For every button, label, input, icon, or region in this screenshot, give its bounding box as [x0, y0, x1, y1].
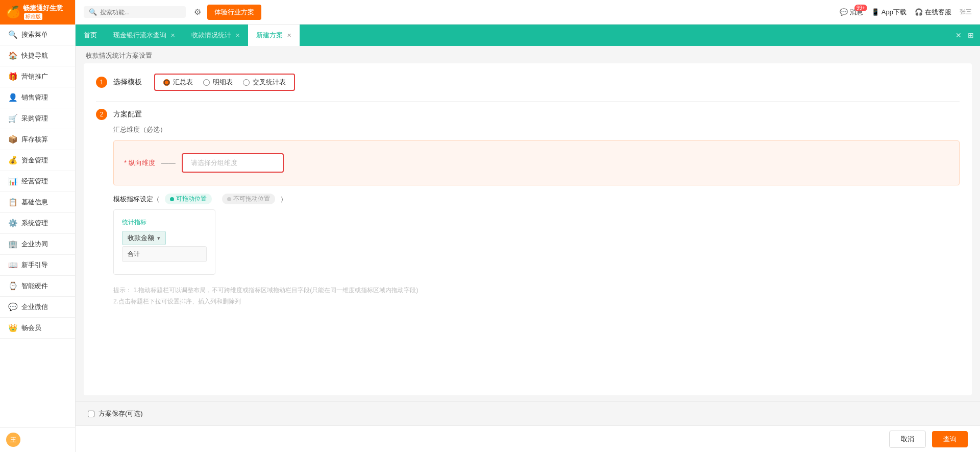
sidebar-item-wechat[interactable]: 💬 企业微信	[0, 297, 75, 318]
basic-info-icon: 📋	[8, 198, 17, 207]
sidebar-item-finance[interactable]: 💰 资金管理	[0, 150, 75, 171]
radio-detail[interactable]: 明细表	[203, 78, 233, 87]
save-checkbox[interactable]	[88, 411, 94, 417]
sidebar-item-label: 库存核算	[21, 135, 48, 144]
sidebar-item-label: 资金管理	[21, 156, 48, 165]
radio-cross[interactable]: 交叉统计表	[243, 78, 286, 87]
tab-bank-flow-label: 现金银行流水查询	[113, 31, 166, 40]
non-draggable-dot	[227, 197, 231, 201]
dimension-row: * 纵向维度 —— 请选择分组维度	[124, 153, 949, 173]
tip-line1: 提示： 1.拖动标题栏可以调整布局，不可跨维度或指标区域拖动栏目字段(只能在同一…	[113, 285, 960, 296]
avatar: 王	[6, 433, 20, 447]
sidebar-bottom: 王	[0, 427, 75, 452]
sidebar-item-sales[interactable]: 👤 销售管理	[0, 87, 75, 108]
page-card: 1 选择模板 汇总表 明细表 交叉统计表	[84, 63, 972, 395]
search-input[interactable]	[100, 9, 172, 16]
step2-badge: 2	[96, 109, 107, 120]
radio-summary[interactable]: 汇总表	[163, 78, 193, 87]
operations-icon: 📊	[8, 177, 17, 186]
radio-cross-input[interactable]	[243, 79, 250, 86]
top-header: 🔍 ⚙ 体验行业方案 💬 消息 99+ 📱 App下载 🎧 在线客服 张三	[76, 0, 980, 25]
maximize-icon[interactable]: ⊞	[968, 31, 974, 39]
metric-group: 统计指标 收款金额 ▾ 合计	[122, 216, 207, 262]
finance-icon: 💰	[8, 156, 17, 165]
dimension-area: * 纵向维度 —— 请选择分组维度	[113, 140, 960, 185]
metric-sub-total: 合计	[122, 246, 207, 262]
tab-new-plan-close[interactable]: ✕	[287, 33, 291, 38]
page-content: 收款情况统计方案设置 1 选择模板 汇总表 明细表	[76, 46, 980, 452]
tips-section: 提示： 1.拖动标题栏可以调整布局，不可跨维度或指标区域拖动栏目字段(只能在同一…	[113, 285, 960, 307]
search-icon: 🔍	[89, 8, 97, 16]
wechat-icon: 💬	[8, 302, 17, 312]
tab-bank-flow-close[interactable]: ✕	[170, 33, 175, 38]
sidebar-item-label: 新手引导	[21, 260, 48, 270]
search-menu-icon: 🔍	[8, 30, 17, 39]
message-icon: 💬	[840, 8, 848, 16]
hardware-icon: ⌚	[8, 281, 17, 291]
radio-detail-label: 明细表	[213, 78, 233, 87]
sidebar-item-member[interactable]: 👑 畅会员	[0, 318, 75, 339]
sidebar-item-label: 企业微信	[21, 302, 48, 312]
sidebar-item-marketing[interactable]: 🎁 营销推广	[0, 66, 75, 87]
sidebar-item-guide[interactable]: 📖 新手引导	[0, 255, 75, 276]
sidebar: 🍊 畅捷通好生意 标准版 🔍 搜索菜单 🏠 快捷导航 🎁 营销推广 👤 销售管理…	[0, 0, 76, 452]
radio-detail-input[interactable]	[203, 79, 210, 86]
draggable-dot	[170, 197, 174, 201]
message-badge: 99+	[854, 5, 867, 11]
service-icon: 🎧	[915, 8, 923, 16]
logo-text: 畅捷通好生意	[23, 4, 63, 12]
template-select-area: 汇总表 明细表 交叉统计表	[154, 74, 295, 91]
save-label[interactable]: 方案保存(可选)	[99, 409, 143, 418]
metric-tag-amount[interactable]: 收款金额 ▾	[122, 231, 166, 245]
close-window-icon[interactable]: ✕	[955, 31, 962, 39]
metric-table-area: 统计指标 收款金额 ▾ 合计	[113, 209, 215, 275]
sidebar-item-label: 营销推广	[21, 72, 48, 81]
enterprise-icon: 🏢	[8, 240, 17, 249]
tab-new-plan[interactable]: 新建方案 ✕	[248, 25, 300, 46]
step1-label: 选择模板	[113, 78, 142, 87]
tab-collection-stat-close[interactable]: ✕	[235, 33, 240, 38]
sales-icon: 👤	[8, 93, 17, 102]
sidebar-item-label: 搜索菜单	[21, 30, 48, 39]
sidebar-item-label: 基础信息	[21, 198, 48, 207]
tip-line2: 2.点击标题栏下拉可设置排序、插入列和删除列	[113, 296, 960, 307]
dimension-select-box[interactable]: 请选择分组维度	[182, 153, 284, 173]
sidebar-item-label: 智能硬件	[21, 281, 48, 291]
sidebar-item-hardware[interactable]: ⌚ 智能硬件	[0, 276, 75, 297]
sidebar-item-inventory[interactable]: 📦 库存核算	[0, 129, 75, 150]
sidebar-item-basic-info[interactable]: 📋 基础信息	[0, 192, 75, 213]
tab-collection-stat[interactable]: 收款情况统计 ✕	[183, 25, 248, 46]
metric-dropdown-icon: ▾	[157, 235, 160, 242]
tab-bank-flow[interactable]: 现金银行流水查询 ✕	[105, 25, 183, 46]
search-box[interactable]: 🔍	[84, 6, 186, 18]
guide-icon: 📖	[8, 260, 17, 270]
sidebar-item-purchase[interactable]: 🛒 采购管理	[0, 108, 75, 129]
cancel-button[interactable]: 取消	[889, 431, 926, 448]
app-download-action[interactable]: 📱 App下载	[871, 8, 906, 17]
sidebar-item-system[interactable]: ⚙️ 系统管理	[0, 213, 75, 234]
metric-setting-label: 模板指标设定（ 可拖动位置 不可拖动位置 ）	[113, 194, 960, 204]
sidebar-item-enterprise[interactable]: 🏢 企业协同	[0, 234, 75, 255]
phone-icon: 📱	[871, 8, 879, 16]
save-row: 方案保存(可选)	[76, 401, 980, 425]
inventory-icon: 📦	[8, 135, 17, 144]
radio-summary-input[interactable]	[163, 79, 170, 86]
sidebar-item-quick-nav[interactable]: 🏠 快捷导航	[0, 45, 75, 66]
message-action[interactable]: 💬 消息 99+	[840, 8, 863, 17]
quick-nav-icon: 🏠	[8, 51, 17, 60]
sidebar-item-label: 销售管理	[21, 93, 48, 102]
query-button[interactable]: 查询	[932, 431, 968, 447]
sidebar-item-search-menu[interactable]: 🔍 搜索菜单	[0, 25, 75, 45]
sidebar-item-operations[interactable]: 📊 经营管理	[0, 171, 75, 192]
marketing-icon: 🎁	[8, 72, 17, 81]
tab-controls: ✕ ⊞	[949, 31, 980, 39]
sidebar-item-label: 企业协同	[21, 240, 48, 249]
try-industry-button[interactable]: 体验行业方案	[207, 5, 261, 20]
tab-home[interactable]: 首页	[76, 25, 105, 46]
user-name[interactable]: 张三	[960, 8, 972, 16]
online-service-action[interactable]: 🎧 在线客服	[915, 8, 951, 17]
gear-icon[interactable]: ⚙	[194, 7, 201, 17]
main-content: 🔍 ⚙ 体验行业方案 💬 消息 99+ 📱 App下载 🎧 在线客服 张三	[76, 0, 980, 452]
step1-row: 1 选择模板 汇总表 明细表 交叉统计表	[96, 74, 960, 91]
member-icon: 👑	[8, 323, 17, 332]
